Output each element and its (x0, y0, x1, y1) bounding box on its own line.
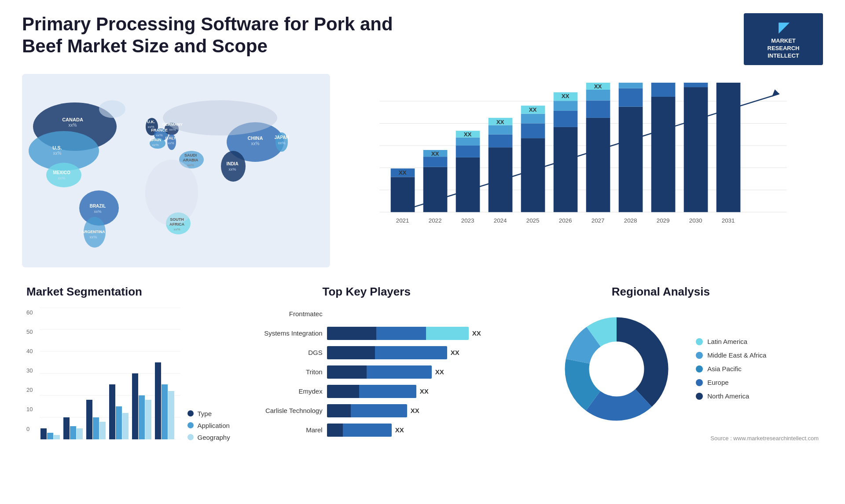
svg-text:2026: 2026 (559, 217, 572, 224)
svg-text:CHINA: CHINA (248, 135, 263, 141)
player-bar-mid-dgs (375, 346, 447, 359)
svg-rect-134 (132, 373, 138, 439)
svg-rect-87 (554, 111, 578, 127)
svg-text:2031: 2031 (722, 217, 735, 224)
svg-rect-133 (122, 413, 129, 439)
svg-rect-88 (554, 101, 578, 111)
svg-rect-139 (168, 391, 174, 439)
player-name-dgs: DGS (252, 349, 323, 356)
legend-item-geography: Geography (187, 434, 230, 441)
bar-chart-container: XX 2021 XX 2022 XX 2023 (343, 74, 823, 267)
player-name-triton: Triton (252, 368, 323, 376)
svg-text:XX: XX (562, 93, 569, 99)
svg-rect-63 (423, 167, 448, 212)
svg-point-14 (145, 160, 198, 226)
svg-text:2021: 2021 (396, 217, 409, 224)
players-section: Top Key Players Frontmatec Systems Integ… (248, 281, 485, 492)
svg-rect-76 (489, 125, 513, 134)
player-bar-dark-marel (327, 424, 343, 437)
svg-text:xx%: xx% (167, 141, 174, 145)
top-row: CANADA xx% U.S. xx% MEXICO xx% BRAZIL xx… (22, 74, 823, 267)
svg-text:INDIA: INDIA (226, 161, 238, 166)
player-bar-wrap-carlisle: XX (327, 404, 481, 417)
svg-rect-82 (521, 113, 545, 123)
regional-title: Regional Analysis (503, 285, 819, 299)
player-bar-light-si (426, 327, 469, 340)
segmentation-section: Market Segmentation 60 50 40 30 20 10 0 (22, 281, 235, 492)
svg-rect-92 (586, 118, 610, 212)
reg-legend-mea: Middle East & Africa (696, 351, 766, 359)
svg-text:xx%: xx% (89, 235, 97, 239)
svg-marker-58 (772, 89, 779, 97)
svg-text:2028: 2028 (624, 217, 637, 224)
reg-legend-asia-pacific: Asia Pacific (696, 365, 766, 373)
svg-text:xx%: xx% (251, 141, 260, 146)
svg-text:xx%: xx% (69, 123, 77, 128)
logo-line3: INTELLECT (768, 52, 799, 59)
map-container: CANADA xx% U.S. xx% MEXICO xx% BRAZIL xx… (22, 74, 330, 267)
svg-rect-93 (586, 100, 610, 118)
svg-point-18 (163, 100, 277, 135)
svg-rect-103 (651, 97, 676, 212)
svg-text:xx%: xx% (94, 209, 101, 214)
svg-rect-80 (521, 138, 545, 212)
svg-point-3 (46, 163, 81, 187)
player-row-frontmatec: Frontmatec (252, 307, 481, 321)
player-row-emydex: Emydex XX (252, 385, 481, 398)
reg-label-latin-america: Latin America (707, 338, 747, 345)
svg-rect-94 (586, 90, 610, 100)
legend-label-application: Application (197, 422, 229, 429)
svg-text:xx%: xx% (53, 151, 62, 156)
player-bar-wrap-si: XX (327, 327, 481, 340)
svg-text:2022: 2022 (429, 217, 442, 224)
svg-rect-123 (47, 433, 53, 439)
svg-text:SOUTH: SOUTH (170, 217, 184, 222)
svg-rect-126 (70, 426, 76, 439)
reg-dot-asia-pacific (696, 365, 703, 373)
svg-text:JAPAN: JAPAN (274, 135, 289, 140)
legend-dot-geography (187, 434, 194, 440)
reg-dot-latin-america (696, 338, 703, 345)
svg-rect-129 (93, 417, 99, 439)
reg-label-north-america: North America (707, 392, 749, 400)
svg-rect-98 (619, 106, 643, 212)
svg-rect-111 (716, 83, 741, 212)
svg-text:xx%: xx% (152, 143, 158, 147)
reg-legend-latin-america: Latin America (696, 338, 766, 345)
svg-rect-68 (456, 157, 480, 212)
svg-text:2030: 2030 (689, 217, 702, 224)
player-bar-mid-marel (343, 424, 391, 437)
player-name-emydex: Emydex (252, 387, 323, 395)
svg-text:xx%: xx% (278, 141, 285, 145)
player-xx-emydex: XX (420, 387, 429, 395)
player-xx-carlisle: XX (411, 407, 419, 414)
legend-dot-type (187, 410, 194, 416)
svg-rect-128 (86, 400, 92, 439)
svg-text:2025: 2025 (526, 217, 540, 224)
player-bar-mid-carlisle (351, 404, 407, 417)
svg-point-152 (590, 343, 643, 395)
svg-rect-137 (155, 362, 161, 439)
regional-legend: Latin America Middle East & Africa Asia … (696, 338, 766, 400)
player-name-carlisle: Carlisle Technology (252, 407, 323, 414)
reg-label-asia-pacific: Asia Pacific (707, 365, 742, 373)
svg-text:XX: XX (594, 83, 602, 89)
svg-text:MEXICO: MEXICO (53, 170, 70, 175)
segmentation-title: Market Segmentation (26, 285, 230, 299)
player-row-triton: Triton XX (252, 365, 481, 379)
svg-rect-81 (521, 123, 545, 138)
donut-chart-svg (555, 307, 678, 431)
svg-text:xx%: xx% (58, 176, 65, 180)
player-bar-mid-emydex (359, 385, 416, 398)
player-bar-mid-si (376, 327, 426, 340)
reg-label-europe: Europe (707, 379, 728, 386)
svg-text:AFRICA: AFRICA (169, 222, 184, 226)
player-bar-wrap-triton: XX (327, 365, 481, 379)
svg-rect-135 (139, 395, 145, 439)
player-name-frontmatec: Frontmatec (252, 310, 323, 318)
reg-dot-mea (696, 352, 703, 359)
svg-rect-104 (651, 83, 676, 97)
player-xx-si: XX (472, 329, 481, 337)
player-bar-dark-triton (327, 365, 367, 379)
segmentation-chart-svg: 2021 2022 2023 2024 2025 2026 (40, 307, 180, 439)
